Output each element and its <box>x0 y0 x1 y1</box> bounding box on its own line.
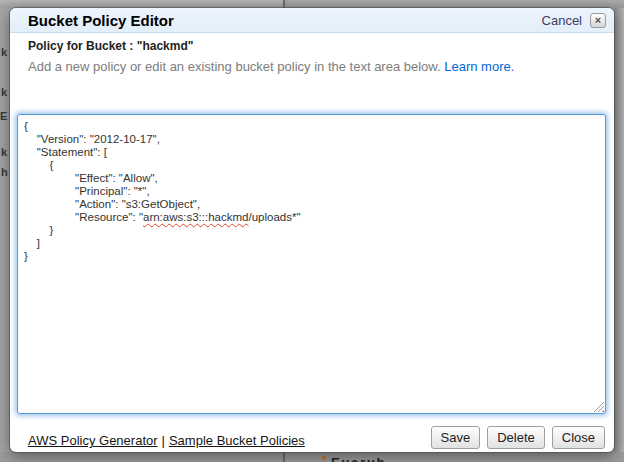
background-page-bottom <box>0 452 624 462</box>
aws-policy-generator-link[interactable]: AWS Policy Generator <box>28 433 158 448</box>
background-page-top-right <box>285 0 624 8</box>
policy-line: "Effect": "Allow", <box>24 172 599 185</box>
sample-bucket-policies-link[interactable]: Sample Bucket Policies <box>169 433 305 448</box>
policy-text-segment: "Statement": [ <box>24 146 107 158</box>
policy-line: { <box>24 120 599 133</box>
policy-line: ] <box>24 237 599 250</box>
background-artifact: h <box>1 166 10 178</box>
policy-text-segment: "Effect": "Allow", <box>24 172 158 184</box>
background-artifact: Everyb <box>331 455 386 462</box>
policy-text-segment: "Version": "2012-10-17", <box>24 133 160 145</box>
cancel-link[interactable]: Cancel <box>542 13 582 28</box>
policy-text-segment: "Action": "s3:GetObject", <box>24 198 200 210</box>
footer-buttons: Save Delete Close <box>431 426 605 449</box>
policy-text-segment: "Principal": "*", <box>24 185 150 197</box>
background-artifact: k <box>1 146 10 158</box>
background-artifact: k <box>1 46 10 58</box>
policy-text-spellchecked: arn:aws:s3:::hackmd <box>143 211 248 223</box>
policy-line: "Version": "2012-10-17", <box>24 133 599 146</box>
background-divider-line <box>283 452 285 462</box>
bucket-policy-editor-dialog: Bucket Policy Editor Cancel × Policy for… <box>10 8 614 452</box>
delete-button[interactable]: Delete <box>487 426 545 449</box>
learn-more-link[interactable]: Learn more. <box>444 59 514 74</box>
policy-text-segment: "Resource": " <box>24 211 143 223</box>
policy-line: { <box>24 159 599 172</box>
policy-text-segment: { <box>24 120 28 132</box>
background-artifact: E <box>0 110 9 122</box>
background-page-top <box>0 0 624 8</box>
policy-text-segment: ] <box>24 237 40 249</box>
dialog-title: Bucket Policy Editor <box>28 12 174 29</box>
policy-text-segment: } <box>24 250 28 262</box>
policy-text-segment: } <box>24 224 53 236</box>
background-page-right <box>614 8 624 452</box>
policy-text-segment: /uploads*" <box>248 211 300 223</box>
footer-links: AWS Policy Generator|Sample Bucket Polic… <box>28 433 305 448</box>
policy-line: } <box>24 250 599 263</box>
policy-line: "Principal": "*", <box>24 185 599 198</box>
link-separator: | <box>162 433 165 448</box>
background-artifact <box>322 456 326 460</box>
close-icon: × <box>595 15 601 26</box>
background-divider-line <box>283 0 285 8</box>
policy-textarea[interactable]: { "Version": "2012-10-17", "Statement": … <box>17 114 606 414</box>
description-text: Add a new policy or edit an existing buc… <box>28 59 444 74</box>
policy-text-segment: { <box>24 159 53 171</box>
dialog-header: Bucket Policy Editor Cancel × <box>10 8 614 33</box>
policy-line: "Action": "s3:GetObject", <box>24 198 599 211</box>
policy-line: } <box>24 224 599 237</box>
policy-line: "Statement": [ <box>24 146 599 159</box>
policy-text: { "Version": "2012-10-17", "Statement": … <box>18 115 605 413</box>
background-artifact: k <box>1 86 10 98</box>
policy-for-bucket-label: Policy for Bucket : "hackmd" <box>28 39 193 53</box>
dialog-close-button[interactable]: × <box>590 13 606 28</box>
save-button[interactable]: Save <box>431 426 481 449</box>
policy-line: "Resource": "arn:aws:s3:::hackmd/uploads… <box>24 211 599 224</box>
description: Add a new policy or edit an existing buc… <box>28 59 514 74</box>
close-button[interactable]: Close <box>552 426 605 449</box>
